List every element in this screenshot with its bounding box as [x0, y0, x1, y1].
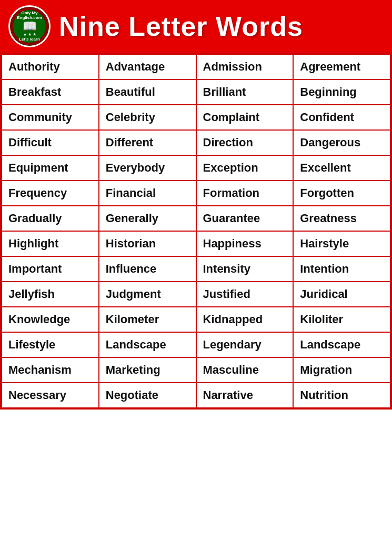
table-cell: Different [99, 130, 196, 155]
table-cell: Marketing [99, 357, 196, 383]
star-icon-2: ★ [28, 32, 32, 37]
header: Only MyEnglish.com 📖 ★ ★ ★ Let's learn N… [0, 0, 392, 53]
table-cell: Financial [99, 181, 196, 206]
table-cell: Excellent [293, 155, 390, 181]
table-cell: Intensity [196, 256, 294, 282]
table-cell: Dangerous [293, 130, 390, 155]
table-cell: Complaint [196, 105, 294, 130]
table-cell: Kilometer [99, 307, 196, 332]
book-icon: 📖 [23, 21, 37, 32]
table-cell: Judgment [99, 282, 196, 307]
table-cell: Gradually [2, 206, 99, 231]
table-row: BreakfastBeautifulBrilliantBeginning [2, 79, 390, 105]
table-cell: Lifestyle [2, 332, 99, 357]
table-cell: Frequency [2, 181, 99, 206]
table-cell: Direction [196, 130, 294, 155]
table-cell: Greatness [293, 206, 390, 231]
logo-stars: ★ ★ ★ [23, 32, 36, 37]
table-cell: Necessary [2, 383, 99, 408]
table-row: HighlightHistorianHappinessHairstyle [2, 231, 390, 256]
table-cell: Beautiful [99, 79, 196, 105]
table-cell: Kidnapped [196, 307, 294, 332]
table-cell: Celebrity [99, 105, 196, 130]
table-row: FrequencyFinancialFormationForgotten [2, 181, 390, 206]
table-cell: Migration [293, 357, 390, 383]
logo: Only MyEnglish.com 📖 ★ ★ ★ Let's learn [8, 5, 51, 47]
table-row: NecessaryNegotiateNarrativeNutrition [2, 383, 390, 408]
table-cell: Guarantee [196, 206, 294, 231]
table-cell: Masculine [196, 357, 294, 383]
table-row: DifficultDifferentDirectionDangerous [2, 130, 390, 155]
table-row: JellyfishJudgmentJustifiedJuridical [2, 282, 390, 307]
table-container: AuthorityAdvantageAdmissionAgreementBrea… [0, 53, 392, 410]
table-row: LifestyleLandscapeLegendaryLandscape [2, 332, 390, 357]
table-cell: Breakfast [2, 79, 99, 105]
table-cell: Confident [293, 105, 390, 130]
table-cell: Nutrition [293, 383, 390, 408]
table-cell: Knowledge [2, 307, 99, 332]
table-cell: Agreement [293, 54, 390, 79]
table-cell: Exception [196, 155, 294, 181]
table-cell: Advantage [99, 54, 196, 79]
table-row: GraduallyGenerallyGuaranteeGreatness [2, 206, 390, 231]
table-row: ImportantInfluenceIntensityIntention [2, 256, 390, 282]
table-cell: Juridical [293, 282, 390, 307]
table-row: MechanismMarketingMasculineMigration [2, 357, 390, 383]
table-cell: Formation [196, 181, 294, 206]
table-row: KnowledgeKilometerKidnappedKiloliter [2, 307, 390, 332]
table-cell: Admission [196, 54, 294, 79]
table-cell: Authority [2, 54, 99, 79]
table-cell: Forgotten [293, 181, 390, 206]
table-cell: Jellyfish [2, 282, 99, 307]
table-cell: Influence [99, 256, 196, 282]
table-row: CommunityCelebrityComplaintConfident [2, 105, 390, 130]
table-cell: Community [2, 105, 99, 130]
logo-bottom-text: Let's learn [19, 37, 40, 42]
table-cell: Beginning [293, 79, 390, 105]
table-cell: Landscape [293, 332, 390, 357]
table-cell: Intention [293, 256, 390, 282]
page-title: Nine Letter Words [59, 11, 303, 42]
table-cell: Happiness [196, 231, 294, 256]
table-cell: Important [2, 256, 99, 282]
table-cell: Highlight [2, 231, 99, 256]
words-table: AuthorityAdvantageAdmissionAgreementBrea… [1, 54, 391, 408]
table-cell: Difficult [2, 130, 99, 155]
table-cell: Negotiate [99, 383, 196, 408]
table-cell: Brilliant [196, 79, 294, 105]
table-cell: Equipment [2, 155, 99, 181]
table-row: AuthorityAdvantageAdmissionAgreement [2, 54, 390, 79]
table-cell: Hairstyle [293, 231, 390, 256]
table-row: EquipmentEverybodyExceptionExcellent [2, 155, 390, 181]
table-cell: Narrative [196, 383, 294, 408]
star-icon-3: ★ [33, 32, 36, 37]
table-cell: Legendary [196, 332, 294, 357]
table-cell: Everybody [99, 155, 196, 181]
table-cell: Landscape [99, 332, 196, 357]
table-cell: Mechanism [2, 357, 99, 383]
table-cell: Historian [99, 231, 196, 256]
table-cell: Generally [99, 206, 196, 231]
table-cell: Justified [196, 282, 294, 307]
table-cell: Kiloliter [293, 307, 390, 332]
star-icon-1: ★ [23, 32, 27, 37]
